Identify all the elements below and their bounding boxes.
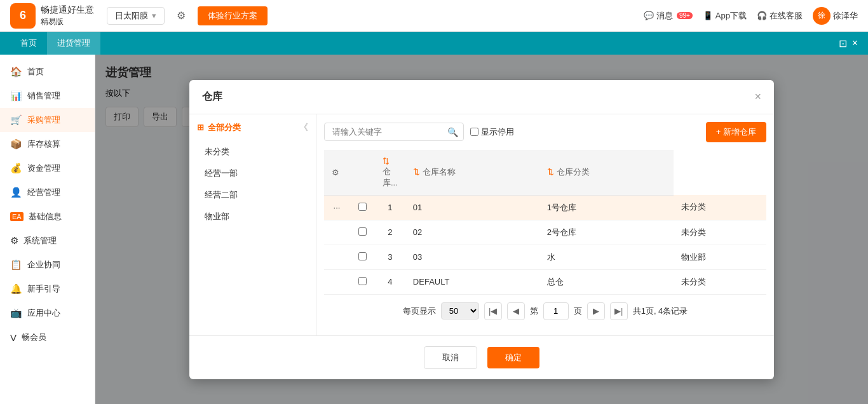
- table-header-code: ⇅仓库...: [375, 150, 405, 196]
- sidebar-item-purchase[interactable]: 🛒 采购管理: [0, 108, 95, 132]
- tab-home[interactable]: 首页: [10, 32, 47, 55]
- table-header-gear: ⚙: [324, 150, 349, 196]
- store-name: 日太阳膜: [115, 10, 148, 22]
- headset-icon: 🎧: [757, 11, 767, 20]
- purchase-icon: 🛒: [10, 114, 22, 126]
- row-category: 未分类: [674, 195, 766, 220]
- sidebar-item-system[interactable]: ⚙ 系统管理: [0, 229, 95, 253]
- settings-icon[interactable]: ⚙: [171, 6, 191, 26]
- table-row[interactable]: ··· 1 01 1号仓库 未分类: [324, 195, 766, 220]
- table-row[interactable]: 2 02 2号仓库 未分类: [324, 220, 766, 245]
- brand: 畅捷通好生意精易版: [41, 4, 94, 27]
- sidebar-item-label: 系统管理: [24, 235, 57, 246]
- show-disabled-input[interactable]: [470, 128, 478, 136]
- total-label: 共1页, 4条记录: [633, 306, 688, 317]
- first-page-button[interactable]: |◀: [484, 302, 502, 320]
- message-label: 消息: [656, 10, 673, 22]
- message-icon: 💬: [644, 11, 654, 20]
- service-label: 在线客服: [770, 10, 803, 22]
- sidebar-item-label: 应用中心: [27, 307, 60, 319]
- modal-close-button[interactable]: ×: [754, 90, 761, 104]
- row-check[interactable]: [349, 269, 375, 294]
- category-item-ops2[interactable]: 经营二部: [197, 184, 308, 206]
- row-name: 2号仓库: [539, 220, 674, 245]
- dropdown-arrow-icon: ▾: [152, 11, 156, 20]
- row-gear: [324, 269, 349, 294]
- user-menu[interactable]: 徐 徐泽华: [813, 7, 858, 25]
- sidebar-item-inventory[interactable]: 📦 库存核算: [0, 132, 95, 156]
- message-badge: 99+: [677, 12, 693, 19]
- sidebar-item-label: 企业协同: [27, 259, 60, 271]
- row-code: DEFAULT: [405, 269, 539, 294]
- sidebar-item-basic-info[interactable]: EA 基础信息: [0, 205, 95, 229]
- row-gear: [324, 220, 349, 245]
- modal-body: ⊞ 全部分类 《 未分类 经营一部 经营二部 物业部: [189, 114, 774, 335]
- show-disabled-checkbox[interactable]: 显示停用: [470, 126, 514, 138]
- sidebar-item-enterprise[interactable]: 📋 企业协同: [0, 253, 95, 277]
- table-toolbar: 🔍 显示停用 + 新增仓库: [324, 122, 766, 142]
- table-row[interactable]: 4 DEFAULT 总仓 未分类: [324, 269, 766, 294]
- close-icon[interactable]: ×: [852, 37, 858, 49]
- try-industry-button[interactable]: 体验行业方案: [198, 6, 268, 25]
- topbar-right: 💬 消息 99+ 📱 App下载 🎧 在线客服 徐 徐泽华: [644, 7, 858, 25]
- online-service-button[interactable]: 🎧 在线客服: [757, 10, 803, 22]
- page-unit: 页: [574, 306, 582, 317]
- row-check[interactable]: [349, 245, 375, 269]
- row-check[interactable]: [349, 220, 375, 245]
- add-warehouse-button[interactable]: + 新增仓库: [706, 122, 766, 142]
- next-page-button[interactable]: ▶: [587, 302, 605, 320]
- per-page-select[interactable]: 50 100: [441, 302, 479, 320]
- search-icon[interactable]: 🔍: [447, 127, 458, 137]
- sidebar-item-label: 资金管理: [27, 163, 60, 174]
- sidebar-item-home[interactable]: 🏠 首页: [0, 60, 95, 84]
- guide-icon: 🔔: [10, 283, 22, 295]
- search-box[interactable]: 🔍: [324, 123, 464, 141]
- last-page-button[interactable]: ▶|: [610, 302, 628, 320]
- row-category: 未分类: [674, 220, 766, 245]
- all-category-button[interactable]: ⊞ 全部分类: [197, 122, 241, 133]
- sidebar-item-operations[interactable]: 👤 经营管理: [0, 180, 95, 205]
- row-checkbox[interactable]: [358, 227, 367, 236]
- search-input[interactable]: [330, 123, 447, 140]
- row-num: 3: [375, 245, 405, 269]
- app-download-button[interactable]: 📱 App下载: [703, 10, 747, 22]
- row-checkbox[interactable]: [358, 277, 367, 285]
- main-content: 进货管理 按以下 打印 导出 刷新 查询 设置 仓库 ×: [95, 55, 868, 404]
- home-icon: 🏠: [10, 66, 22, 77]
- store-selector[interactable]: 日太阳膜 ▾: [107, 7, 165, 25]
- category-item-property[interactable]: 物业部: [197, 206, 308, 227]
- row-category: 未分类: [674, 269, 766, 294]
- category-item-uncategorized[interactable]: 未分类: [197, 141, 308, 163]
- all-category-label: 全部分类: [208, 122, 241, 133]
- category-panel: ⊞ 全部分类 《 未分类 经营一部 经营二部 物业部: [189, 114, 316, 335]
- sidebar-item-sales[interactable]: 📊 销售管理: [0, 84, 95, 108]
- category-item-ops1[interactable]: 经营一部: [197, 163, 308, 184]
- message-button[interactable]: 💬 消息 99+: [644, 10, 693, 22]
- category-collapse-button[interactable]: 《: [299, 122, 308, 133]
- show-disabled-label: 显示停用: [481, 126, 514, 138]
- sort-icon: ⇅: [547, 167, 554, 177]
- confirm-button[interactable]: 确定: [487, 347, 539, 368]
- row-checkbox[interactable]: [358, 203, 367, 211]
- cancel-button[interactable]: 取消: [424, 346, 477, 369]
- restore-icon[interactable]: ⊡: [839, 37, 847, 50]
- app-icon: 📱: [703, 11, 713, 20]
- sidebar-item-label: 新手引导: [27, 283, 60, 295]
- page-input[interactable]: [543, 302, 569, 320]
- tab-purchase[interactable]: 进货管理: [47, 32, 100, 55]
- row-num: 4: [375, 269, 405, 294]
- finance-icon: 💰: [10, 163, 22, 174]
- row-checkbox[interactable]: [358, 252, 367, 260]
- sidebar-item-guide[interactable]: 🔔 新手引导: [0, 277, 95, 301]
- row-code: 03: [405, 245, 539, 269]
- table-row[interactable]: 3 03 水 物业部: [324, 245, 766, 269]
- main-layout: 🏠 首页 📊 销售管理 🛒 采购管理 📦 库存核算 💰 资金管理 👤 经营管理 …: [0, 55, 868, 404]
- sidebar-item-app-center[interactable]: 📺 应用中心: [0, 301, 95, 325]
- sidebar-item-member[interactable]: V 畅会员: [0, 325, 95, 349]
- sidebar-item-finance[interactable]: 💰 资金管理: [0, 156, 95, 180]
- grid-icon: ⊞: [197, 123, 204, 132]
- row-code: 01: [405, 195, 539, 220]
- table-header-check: [349, 150, 375, 196]
- row-check[interactable]: [349, 195, 375, 220]
- prev-page-button[interactable]: ◀: [507, 302, 525, 320]
